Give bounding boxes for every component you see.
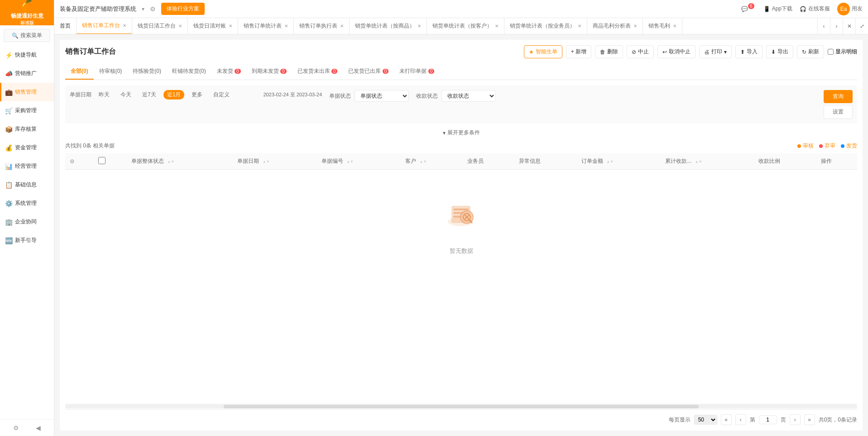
tab-next-btn[interactable]: › (830, 18, 843, 34)
status-filter-select[interactable]: 单据状态 (355, 90, 409, 102)
sidebar-item-purchase[interactable]: 🛒 采购管理 (0, 101, 54, 120)
expand-btn[interactable]: ▾ 展开更多条件 (439, 127, 484, 138)
tab-close-icon[interactable]: ✕ (229, 24, 232, 28)
sub-tab-all[interactable]: 全部(0) (65, 64, 94, 80)
sub-tab-wangpu[interactable]: 旺铺待发货(0) (167, 64, 211, 80)
table-settings-icon[interactable]: ⚙ (70, 158, 75, 165)
delete-btn[interactable]: 🗑 删除 (595, 45, 623, 58)
sidebar-search-area[interactable]: 🔍 搜索菜单 (0, 25, 54, 46)
sidebar-item-quick[interactable]: ⚡ 快捷导航 (0, 46, 54, 64)
tab-close-icon[interactable]: ✕ (178, 24, 182, 28)
ship-action[interactable]: 发货 (841, 142, 857, 150)
solution-btn[interactable]: 体验行业方案 (161, 3, 205, 15)
tab-sales-customer[interactable]: 销货单统计表（按客户） ✕ (427, 18, 504, 34)
tab-sales-gross[interactable]: 销售毛利 ✕ (643, 18, 682, 34)
tab-close-icon[interactable]: ✕ (673, 24, 676, 28)
tab-cash-reconcile[interactable]: 钱货日清对账 ✕ (188, 18, 238, 34)
smart-gen-btn[interactable]: ★ 智能生单 (524, 45, 562, 58)
sidebar-item-basic[interactable]: 📋 基础信息 (0, 175, 54, 194)
sidebar-search-button[interactable]: 🔍 搜索菜单 (4, 29, 50, 42)
tab-sales-stats[interactable]: 销售订单统计表 ✕ (238, 18, 294, 34)
tab-sales-exec[interactable]: 销售订单执行表 ✕ (294, 18, 350, 34)
first-page-btn[interactable]: « (721, 414, 732, 425)
cancel-abort-btn[interactable]: ↩ 取消中止 (657, 45, 695, 58)
filter-more[interactable]: 更多 (188, 90, 206, 100)
sidebar-item-finance[interactable]: 💰 资金管理 (0, 138, 54, 157)
filter-custom[interactable]: 自定义 (210, 90, 233, 100)
tab-sales-product[interactable]: 销货单统计表（按商品） ✕ (350, 18, 427, 34)
tab-close-icon[interactable]: ✕ (123, 23, 126, 28)
sidebar-item-enterprise[interactable]: 🏢 企业协同 (0, 213, 54, 231)
select-all-checkbox[interactable] (98, 157, 106, 164)
sub-tab-not-shipped[interactable]: 未发货 0 (211, 64, 246, 80)
abort-btn[interactable]: ⊘ 中止 (627, 45, 654, 58)
page-size-select[interactable]: 50 10 20 100 (694, 415, 717, 425)
review-action[interactable]: 审核 (797, 142, 814, 150)
message-item[interactable]: 💬 6 (741, 6, 756, 12)
show-detail-label[interactable]: 显示明细 (828, 48, 857, 56)
sub-tab-overdue[interactable]: 到期未发货 0 (246, 64, 292, 80)
user-item[interactable]: Ea 用友 (837, 3, 863, 15)
import-btn[interactable]: ⬆ 导入 (735, 45, 762, 58)
filter-last7[interactable]: 近7天 (139, 90, 160, 100)
header-gear-icon[interactable]: ⚙ (150, 5, 156, 13)
tab-close-icon[interactable]: ✕ (417, 24, 421, 28)
pagination: 每页显示 50 10 20 100 « ‹ 第 页 › (65, 409, 857, 425)
tab-close-icon[interactable]: ✕ (284, 24, 288, 28)
sub-tab-pending-review[interactable]: 待审核(0) (94, 64, 128, 80)
payment-filter-select[interactable]: 收款状态 (441, 90, 496, 102)
th-ratio-label: 收款比例 (758, 158, 780, 164)
sidebar-item-sales[interactable]: 💼 销售管理 (0, 83, 54, 101)
query-btn[interactable]: 查询 (824, 90, 853, 103)
sub-tab-not-printed[interactable]: 未打印单据 0 (394, 64, 440, 80)
sidebar-settings-btn[interactable]: ⚙ (13, 424, 19, 431)
sidebar-collapse-btn[interactable]: ◀ (36, 424, 41, 431)
refresh-btn[interactable]: ↻ 刷新 (797, 45, 824, 58)
print-btn[interactable]: 🖨 打印 ▾ (699, 45, 732, 58)
add-btn[interactable]: + 新增 (566, 45, 591, 58)
last-page-btn[interactable]: » (804, 414, 815, 425)
filter-row: 单据日期 昨天 今天 近7天 近1月 更多 自定义 2023-02-24 至 2… (65, 85, 857, 123)
export-btn[interactable]: ⬇ 导出 (766, 45, 793, 58)
sidebar-item-guide[interactable]: 🆕 新手引导 (0, 231, 54, 250)
tab-close-icon[interactable]: ✕ (495, 24, 499, 28)
sidebar-item-system[interactable]: ⚙️ 系统管理 (0, 194, 54, 213)
sub-tab-pending-inspection[interactable]: 待拣验货(0) (127, 64, 167, 80)
tab-cash-daily[interactable]: 钱货日清工作台 ✕ (132, 18, 188, 34)
next-page-btn[interactable]: › (790, 414, 801, 425)
print-icon: 🖨 (704, 49, 710, 55)
tab-close-icon[interactable]: ✕ (340, 24, 344, 28)
tab-prev-btn[interactable]: ‹ (817, 18, 830, 34)
setting-btn[interactable]: 设置 (824, 105, 853, 119)
sub-tab-shipped-out[interactable]: 已发货已出库 0 (343, 64, 394, 80)
online-service-item[interactable]: 🎧 在线客服 (800, 5, 830, 13)
delete-icon: 🗑 (600, 49, 605, 55)
tab-close-icon[interactable]: ✕ (633, 24, 637, 28)
export-label: 导出 (777, 48, 788, 56)
filter-yesterday[interactable]: 昨天 (95, 90, 113, 100)
filter-last1month[interactable]: 近1月 (163, 90, 185, 100)
main-area: 装备及固定资产辅助管理系统 ▾ ⚙ 体验行业方案 💬 6 📱 App下载 🎧 在… (54, 0, 868, 436)
sidebar-item-inventory[interactable]: 📦 库存核算 (0, 120, 54, 138)
prev-page-btn[interactable]: ‹ (735, 414, 746, 425)
tab-expand-btn[interactable]: ⤢ (855, 18, 868, 34)
scroll-bar-wrapper[interactable] (65, 404, 857, 409)
header-dropdown-icon[interactable]: ▾ (142, 6, 144, 12)
sub-tab-shipped-not-out[interactable]: 已发货未出库 0 (292, 64, 343, 80)
show-detail-checkbox[interactable] (828, 49, 834, 55)
tab-sales-staff[interactable]: 销货单统计表（按业务员） ✕ (504, 18, 587, 34)
tab-gross-margin[interactable]: 商品毛利分析表 ✕ (587, 18, 643, 34)
app-download-item[interactable]: 📱 App下载 (763, 5, 792, 13)
search-icon: 🔍 (12, 33, 19, 39)
tab-home[interactable]: 首页 (54, 18, 77, 34)
sidebar-item-operation[interactable]: 📊 经营管理 (0, 157, 54, 175)
tab-close-all-btn[interactable]: ✕ (843, 18, 855, 34)
tab-close-icon[interactable]: ✕ (578, 24, 581, 28)
unreviewed-action[interactable]: 弃审 (819, 142, 835, 150)
sidebar-item-marketing[interactable]: 📣 营销推广 (0, 64, 54, 83)
tab-sales-workbench[interactable]: 销售订单工作台 ✕ (77, 18, 132, 34)
page-input[interactable] (759, 415, 777, 424)
th-amount-label: 订单金额 (581, 158, 603, 164)
scroll-bar-thumb[interactable] (224, 405, 699, 408)
filter-today[interactable]: 今天 (117, 90, 135, 100)
